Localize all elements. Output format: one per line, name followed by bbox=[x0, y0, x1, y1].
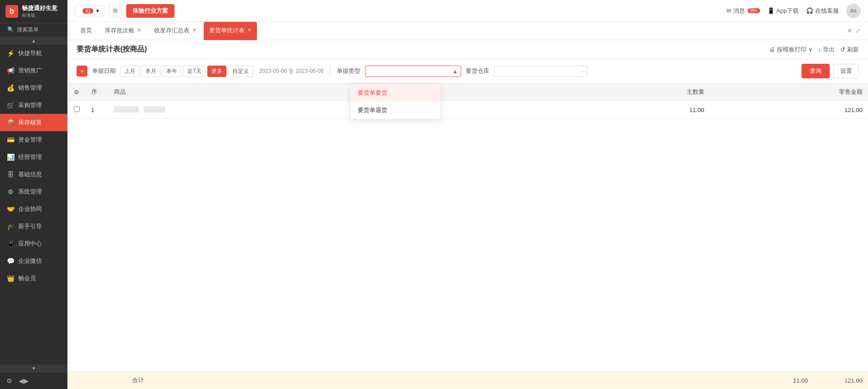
sidebar-item-wechat[interactable]: 💬 企业微信 bbox=[0, 252, 67, 270]
settings-btn[interactable]: 设置 bbox=[833, 64, 859, 78]
sidebar-search[interactable]: 🔍 搜索菜单 bbox=[0, 23, 67, 37]
type-dropdown-arrow[interactable]: ▲ bbox=[449, 66, 461, 77]
sidebar-scroll-up[interactable]: ▲ bbox=[0, 37, 67, 45]
nav-icon-enterprise: 🤝 bbox=[6, 205, 15, 213]
export-icon: ↓ bbox=[818, 46, 822, 53]
product-placeholder1 bbox=[114, 106, 139, 113]
tab-home[interactable]: 首页 bbox=[75, 22, 98, 40]
nav-label-operations: 经营管理 bbox=[18, 153, 42, 161]
top-header: 41 ▾ ⚙ 体验行业方案 ✉ 消息 99+ 📱 App下载 🎧 在线客服 bbox=[67, 0, 868, 22]
td-checkbox[interactable] bbox=[67, 101, 86, 119]
app-download-action[interactable]: 📱 App下载 bbox=[767, 7, 799, 15]
th-no: 序 bbox=[86, 83, 108, 101]
sidebar-scroll-down[interactable]: ▼ bbox=[0, 364, 67, 372]
user-avatar[interactable]: Rit bbox=[846, 4, 861, 18]
industry-btn[interactable]: 体验行业方案 bbox=[126, 4, 175, 18]
td-no: 1 bbox=[86, 101, 108, 119]
dropdown-option-order-order[interactable]: 要货单要货 bbox=[350, 84, 441, 102]
nav-label-base-info: 基础信息 bbox=[18, 170, 42, 179]
sidebar-item-member[interactable]: 👑 畅会员 bbox=[0, 270, 67, 287]
th-qty: 主数量 bbox=[579, 83, 710, 101]
sidebar-item-quick-nav[interactable]: ⚡ 快捷导航 bbox=[0, 45, 67, 62]
sidebar-settings-btn[interactable]: ⚙ bbox=[6, 377, 12, 384]
tabs-close-all-btn[interactable]: ✕ bbox=[847, 27, 852, 34]
nav-label-guide: 新手引导 bbox=[18, 222, 42, 230]
date-range: 2023-05-06 至 2023-06-06 bbox=[259, 67, 324, 75]
table-header-row: ⚙ 序 商品 主计量单位 主数量 零售金额 bbox=[67, 83, 868, 101]
tab-label-inventory-batch: 库存批次账 bbox=[105, 26, 134, 35]
warehouse-dots[interactable]: ··· bbox=[578, 68, 587, 75]
table-wrap: ⚙ 序 商品 主计量单位 主数量 零售金额 1 块 11.00 121.00 bbox=[67, 83, 868, 371]
query-btn[interactable]: 查询 bbox=[801, 64, 830, 78]
store-badge: 41 bbox=[82, 8, 93, 14]
sidebar-collapse-btn[interactable]: ◀▶ bbox=[19, 377, 29, 384]
type-dropdown-menu: 要货单要货要货单退货 bbox=[350, 84, 441, 119]
tab-label-home: 首页 bbox=[80, 26, 92, 35]
date-btn-more[interactable]: 更多 bbox=[207, 66, 226, 77]
headset-icon: 🎧 bbox=[806, 7, 813, 14]
tab-label-recv-summary: 收发存汇总表 bbox=[154, 26, 190, 35]
sidebar-item-guide[interactable]: 🎓 新手引导 bbox=[0, 218, 67, 235]
filter-actions: 查询 设置 bbox=[801, 64, 859, 78]
sidebar-item-finance[interactable]: 💳 资金管理 bbox=[0, 131, 67, 148]
date-btn-cur[interactable]: 本月 bbox=[141, 66, 160, 77]
sidebar-item-inventory[interactable]: 📦 库存核算 bbox=[0, 114, 67, 131]
sidebar-item-system[interactable]: ⚙ 系统管理 bbox=[0, 183, 67, 200]
date-label: 单据日期 bbox=[92, 67, 116, 75]
table-row: 1 块 11.00 121.00 bbox=[67, 101, 868, 119]
table-footer: 合计 11.00 121.00 bbox=[67, 371, 868, 389]
header-left: 41 ▾ ⚙ 体验行业方案 bbox=[75, 4, 175, 18]
sidebar-item-purchase[interactable]: 🛒 采购管理 bbox=[0, 97, 67, 114]
type-input[interactable] bbox=[365, 66, 449, 77]
th-settings[interactable]: ⚙ bbox=[67, 83, 86, 101]
sidebar-item-sales[interactable]: 💰 销售管理 bbox=[0, 79, 67, 97]
logo-text: 畅捷通好生意 标准版 bbox=[22, 5, 57, 18]
phone-icon: 📱 bbox=[767, 7, 775, 14]
date-btn-up[interactable]: 上月 bbox=[120, 66, 139, 77]
filter-expand-btn[interactable]: » bbox=[77, 66, 87, 77]
refresh-btn[interactable]: ↺ 刷新 bbox=[840, 46, 859, 54]
tab-close-inventory-batch[interactable]: ✕ bbox=[137, 27, 141, 33]
tabs-expand-btn[interactable]: ⤢ bbox=[856, 27, 861, 34]
nav-label-member: 畅会员 bbox=[18, 274, 36, 282]
online-service-action[interactable]: 🎧 在线客服 bbox=[806, 7, 839, 15]
tab-close-recv-summary[interactable]: ✕ bbox=[192, 27, 196, 33]
print-icon: 🖨 bbox=[769, 46, 775, 53]
store-selector[interactable]: 41 ▾ bbox=[75, 5, 104, 16]
print-template-btn[interactable]: 🖨 按模板打印 ∨ bbox=[769, 46, 813, 54]
row-checkbox[interactable] bbox=[74, 106, 80, 112]
gear-icon: ⚙ bbox=[113, 7, 118, 14]
filter-bar: » 单据日期 上月本月本年近7天更多自定义 2023-05-06 至 2023-… bbox=[67, 59, 868, 83]
sidebar-item-marketing[interactable]: 📢 营销推广 bbox=[0, 62, 67, 79]
tab-inventory-batch[interactable]: 库存批次账✕ bbox=[99, 22, 147, 40]
header-settings-btn[interactable]: ⚙ bbox=[109, 5, 122, 17]
nav-icon-system: ⚙ bbox=[6, 188, 15, 196]
sidebar-item-app-center[interactable]: 📱 应用中心 bbox=[0, 235, 67, 252]
sidebar-item-enterprise[interactable]: 🤝 企业协同 bbox=[0, 200, 67, 218]
warehouse-input[interactable] bbox=[494, 66, 578, 77]
message-action[interactable]: ✉ 消息 99+ bbox=[726, 7, 760, 15]
date-btn-year[interactable]: 本年 bbox=[162, 66, 181, 77]
tabs-right-controls: ✕ ⤢ bbox=[847, 27, 861, 34]
data-table: ⚙ 序 商品 主计量单位 主数量 零售金额 1 块 11.00 121.00 bbox=[67, 83, 868, 119]
sidebar-bottom: ⚙ ◀▶ bbox=[0, 372, 67, 389]
nav-icon-app-center: 📱 bbox=[6, 240, 15, 248]
nav-icon-inventory: 📦 bbox=[6, 118, 15, 127]
dropdown-option-order-return[interactable]: 要货单退货 bbox=[350, 102, 441, 119]
footer-amount: 121.00 bbox=[808, 377, 863, 384]
expand-icon: ∨ bbox=[808, 46, 813, 53]
date-btn-custom[interactable]: 自定义 bbox=[228, 66, 253, 77]
sidebar-item-operations[interactable]: 📊 经营管理 bbox=[0, 148, 67, 166]
nav-label-wechat: 企业微信 bbox=[18, 257, 42, 265]
nav-icon-base-info: 🗄 bbox=[6, 170, 15, 179]
export-btn[interactable]: ↓ 导出 bbox=[818, 46, 835, 54]
date-btn-week[interactable]: 近7天 bbox=[183, 66, 205, 77]
nav-icon-finance: 💳 bbox=[6, 136, 15, 144]
tab-recv-summary[interactable]: 收发存汇总表✕ bbox=[149, 22, 202, 40]
sidebar-item-base-info[interactable]: 🗄 基础信息 bbox=[0, 166, 67, 183]
nav-icon-wechat: 💬 bbox=[6, 257, 15, 265]
chevron-down-icon: ▾ bbox=[96, 7, 99, 14]
tab-order-stats[interactable]: 要货单统计表✕ bbox=[204, 22, 257, 40]
tab-close-order-stats[interactable]: ✕ bbox=[247, 27, 252, 33]
nav-label-quick-nav: 快捷导航 bbox=[18, 49, 42, 57]
